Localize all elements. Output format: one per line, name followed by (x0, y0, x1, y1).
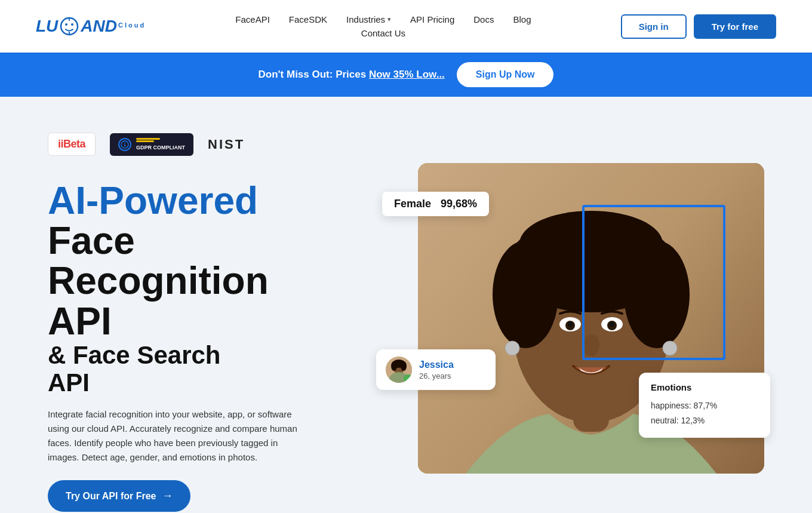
signup-now-button[interactable]: Sign Up Now (457, 62, 554, 87)
try-api-cta-button[interactable]: Try Our API for Free → (48, 480, 190, 512)
emotion-neutral: neutral: 12,3% (651, 413, 758, 428)
gdpr-label: GDPR COMPLIANT (136, 145, 185, 150)
hero-title-recognition: Recognition (48, 261, 346, 301)
person-id-card: ✓ Jessica 26, years (376, 349, 496, 390)
logo-and-text: AND (81, 17, 117, 36)
chevron-down-icon: ▾ (387, 16, 391, 23)
gender-text: Female (394, 198, 431, 210)
person-verified-icon: ✓ (404, 374, 412, 383)
logo[interactable]: LU AND Cloud (36, 15, 146, 38)
hero-title-api1: API (48, 302, 346, 342)
logo-lu-text: LU (36, 17, 58, 36)
nist-badge: NIST (208, 137, 245, 152)
logo-face-icon (58, 15, 81, 38)
nav-buttons: Sign in Try for free (621, 14, 776, 39)
hero-title-ai-powered: AI-Powered (48, 181, 346, 221)
person-name: Jessica (419, 360, 454, 370)
face-detection-box (582, 205, 725, 360)
gdpr-line-1 (136, 138, 160, 140)
navbar: LU AND Cloud FaceAPI FaceSDK Industries … (0, 0, 812, 53)
hero-content: AI-Powered Face Recognition API & Face S… (48, 175, 764, 512)
svg-point-20 (552, 236, 576, 260)
svg-point-1 (65, 23, 67, 26)
banner-text-highlight: Now 35% Low... (369, 69, 445, 80)
nav-links: FaceAPI FaceSDK Industries ▾ API Pricing… (235, 14, 531, 38)
ibeta-text: iBeta (61, 138, 86, 150)
svg-point-24 (568, 322, 573, 327)
hero-title-face-search: & Face Search (48, 342, 346, 369)
hero-right: Female 99,68% ✓ (370, 175, 764, 462)
hero-title: AI-Powered Face Recognition API & Face S… (48, 181, 346, 397)
nav-row-bottom: Contact Us (361, 28, 405, 38)
hero-title-face: Face (48, 221, 346, 261)
hero-section: iiBeta GDPR COMPLIANT NIST AI-Powered (0, 97, 812, 513)
try-for-free-button[interactable]: Try for free (694, 14, 776, 39)
gdpr-lines: GDPR COMPLIANT (136, 138, 185, 150)
badges-row: iiBeta GDPR COMPLIANT NIST (48, 133, 764, 156)
logo-cloud-label: Cloud (118, 21, 146, 29)
emotion-happiness: happiness: 87,7% (651, 398, 758, 413)
hero-title-api2: API (48, 369, 346, 397)
person-avatar: ✓ (386, 357, 412, 383)
nav-row-top: FaceAPI FaceSDK Industries ▾ API Pricing… (235, 14, 531, 24)
emotions-title: Emotions (651, 382, 758, 392)
person-age: 26, years (419, 371, 454, 380)
svg-point-6 (124, 142, 125, 143)
person-info: Jessica 26, years (419, 360, 454, 380)
nav-facesdk[interactable]: FaceSDK (289, 14, 327, 24)
banner-text: Don't Miss Out: Prices Now 35% Low... (259, 69, 445, 81)
promo-banner: Don't Miss Out: Prices Now 35% Low... Si… (0, 53, 812, 97)
signin-button[interactable]: Sign in (621, 14, 687, 39)
nav-industries-dropdown[interactable]: Industries ▾ (346, 14, 391, 24)
nav-faceapi[interactable]: FaceAPI (235, 14, 270, 24)
gender-confidence: 99,68% (441, 198, 477, 210)
nav-blog[interactable]: Blog (513, 14, 531, 24)
nav-api-pricing[interactable]: API Pricing (410, 14, 454, 24)
emotions-card: Emotions happiness: 87,7% neutral: 12,3% (639, 373, 770, 438)
gdpr-badge: GDPR COMPLIANT (110, 133, 193, 156)
hero-description: Integrate facial recognition into your w… (48, 407, 304, 465)
cta-label: Try Our API for Free (66, 491, 156, 502)
cta-arrow-icon: → (162, 490, 173, 502)
nav-docs[interactable]: Docs (473, 14, 494, 24)
gender-label-card: Female 99,68% (382, 192, 489, 216)
svg-point-35 (391, 361, 397, 371)
svg-point-36 (401, 361, 407, 371)
nav-industries-label: Industries (346, 14, 385, 24)
svg-point-29 (505, 341, 519, 355)
svg-point-2 (71, 23, 73, 26)
banner-text-before: Don't Miss Out: Prices (259, 69, 367, 80)
face-demo: Female 99,68% ✓ (370, 175, 764, 462)
gdpr-icon (118, 138, 131, 151)
ibeta-badge: iiBeta (48, 133, 96, 156)
svg-point-17 (503, 266, 530, 293)
hero-left: AI-Powered Face Recognition API & Face S… (48, 175, 346, 512)
gdpr-line-2 (136, 140, 154, 142)
svg-rect-7 (124, 144, 125, 146)
nav-contact-us[interactable]: Contact Us (361, 28, 405, 38)
